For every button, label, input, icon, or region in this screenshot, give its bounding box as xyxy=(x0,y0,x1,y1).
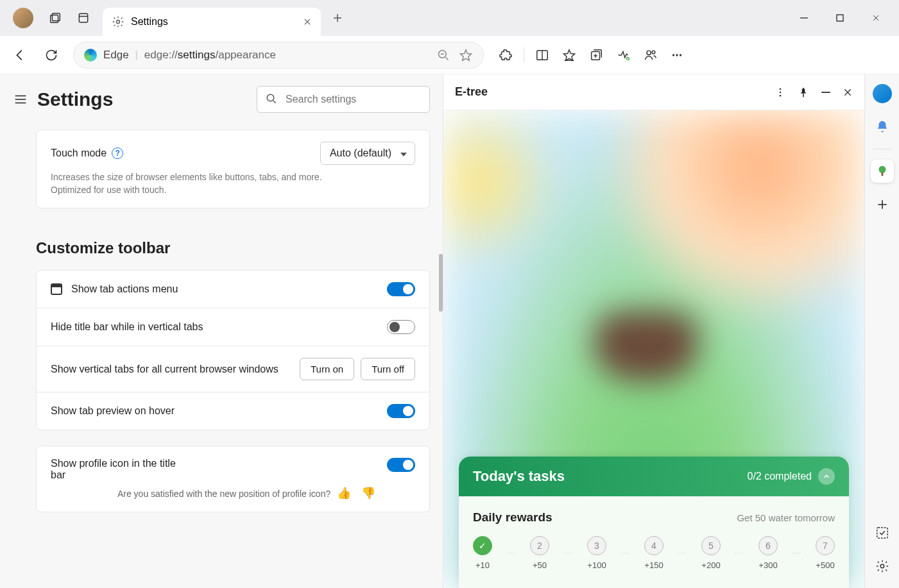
profile-avatar[interactable] xyxy=(13,8,33,28)
day-bonus: +500 xyxy=(816,560,834,570)
sidebar-settings-button[interactable] xyxy=(871,555,894,578)
help-icon[interactable]: ? xyxy=(112,147,123,159)
person-icon[interactable] xyxy=(637,42,663,68)
reward-day[interactable]: 6+300 xyxy=(758,536,778,570)
reward-day[interactable]: 3+100 xyxy=(587,536,606,570)
day-circle: 6 xyxy=(758,536,778,555)
etree-close-icon[interactable] xyxy=(843,87,853,97)
day-circle: 2 xyxy=(530,536,549,555)
etree-sidebar-button[interactable] xyxy=(871,160,894,183)
more-icon[interactable] xyxy=(664,42,690,68)
favorites-icon[interactable] xyxy=(556,42,582,68)
hide-titlebar-toggle[interactable] xyxy=(387,320,415,334)
touch-mode-desc: Increases the size of browser elements l… xyxy=(51,171,352,196)
settings-pane: Settings Touch mode? Auto (default) Incr… xyxy=(0,74,443,588)
notifications-button[interactable] xyxy=(871,115,894,139)
day-circle: 7 xyxy=(816,536,835,555)
turn-on-button[interactable]: Turn on xyxy=(300,358,354,380)
tab-actions-toggle[interactable] xyxy=(387,282,415,296)
zoom-out-icon[interactable] xyxy=(437,49,450,62)
turn-off-button[interactable]: Turn off xyxy=(361,358,415,380)
thumbs-down-button[interactable]: 👎 xyxy=(361,486,375,500)
favorite-icon[interactable] xyxy=(459,48,473,62)
back-button[interactable] xyxy=(8,42,33,68)
svg-point-26 xyxy=(676,54,678,56)
etree-body: Today's tasks 0/2 completed Daily reward… xyxy=(443,110,864,588)
tasks-progress: 0/2 completed xyxy=(747,471,812,482)
reward-day[interactable]: 4+150 xyxy=(644,536,664,570)
tab-actions-icon[interactable] xyxy=(69,4,98,32)
minimize-button[interactable] xyxy=(786,4,822,32)
svg-point-25 xyxy=(672,54,674,56)
svg-rect-44 xyxy=(877,528,887,539)
right-sidebar xyxy=(864,74,899,588)
day-circle: 3 xyxy=(587,536,606,555)
svg-point-24 xyxy=(652,51,655,54)
new-tab-button[interactable] xyxy=(323,4,352,32)
feedback-question: Are you satisfied with the new position … xyxy=(117,489,330,499)
day-circle: 4 xyxy=(644,536,664,555)
workspaces-icon[interactable] xyxy=(41,4,69,32)
menu-button[interactable] xyxy=(13,92,28,107)
collections-icon[interactable] xyxy=(583,42,609,68)
day-bonus: +10 xyxy=(475,560,490,570)
addr-url: edge://settings/appearance xyxy=(144,49,276,62)
svg-point-45 xyxy=(880,564,884,568)
window-titlebar: Settings xyxy=(0,0,899,36)
reward-day[interactable]: 7+500 xyxy=(816,536,835,570)
refresh-button[interactable] xyxy=(39,42,64,68)
browser-toolbar: Edge | edge://settings/appearance xyxy=(0,36,899,74)
svg-rect-10 xyxy=(837,15,843,21)
svg-point-4 xyxy=(117,21,120,24)
rewards-title: Daily rewards xyxy=(473,510,552,525)
pin-icon[interactable] xyxy=(798,87,809,98)
svg-point-31 xyxy=(267,94,274,101)
tab-preview-toggle[interactable] xyxy=(387,404,415,418)
health-icon[interactable] xyxy=(610,42,636,68)
browser-tab[interactable]: Settings xyxy=(103,8,321,36)
opt-tab-preview-label: Show tab preview on hover xyxy=(51,405,175,417)
address-bar[interactable]: Edge | edge://settings/appearance xyxy=(73,42,484,69)
profile-icon-card: Show profile icon in the title bar Are y… xyxy=(36,446,430,512)
svg-point-35 xyxy=(780,94,782,96)
close-window-button[interactable] xyxy=(858,4,894,32)
page-title: Settings xyxy=(37,88,113,110)
tasks-card: Today's tasks 0/2 completed Daily reward… xyxy=(459,457,849,588)
opt-hide-titlebar-label: Hide title bar while in vertical tabs xyxy=(51,321,203,333)
reward-day[interactable]: 2+50 xyxy=(530,536,549,570)
add-sidebar-button[interactable] xyxy=(871,193,894,216)
addr-brand: Edge xyxy=(103,49,129,62)
day-bonus: +100 xyxy=(587,560,606,570)
tab-icon xyxy=(51,283,62,295)
reward-day[interactable]: ✓+10 xyxy=(473,536,492,570)
touch-mode-label: Touch mode xyxy=(51,147,107,159)
etree-pane: E-tree Today's tasks 0/2 completed xyxy=(443,74,864,588)
svg-line-32 xyxy=(273,101,276,103)
opt-tab-actions-label: Show tab actions menu xyxy=(71,283,178,295)
copilot-button[interactable] xyxy=(871,82,894,105)
screenshot-button[interactable] xyxy=(871,521,894,544)
day-bonus: +300 xyxy=(758,560,777,570)
close-tab-button[interactable] xyxy=(303,17,312,26)
opt-vertical-tabs-label: Show vertical tabs for all current brows… xyxy=(51,364,278,375)
extensions-icon[interactable] xyxy=(493,42,518,68)
thumbs-up-button[interactable]: 👍 xyxy=(337,486,351,500)
svg-line-14 xyxy=(445,57,448,60)
day-bonus: +50 xyxy=(533,560,547,570)
rewards-subtitle: Get 50 water tomorrow xyxy=(737,512,835,523)
day-bonus: +150 xyxy=(644,560,663,570)
gear-icon xyxy=(112,15,124,28)
split-screen-icon[interactable] xyxy=(529,42,555,68)
collapse-button[interactable] xyxy=(818,468,835,485)
etree-minimize-icon[interactable] xyxy=(821,87,831,97)
touch-mode-select[interactable]: Auto (default) xyxy=(320,142,415,165)
profile-icon-toggle[interactable] xyxy=(387,458,415,472)
maximize-button[interactable] xyxy=(822,4,858,32)
svg-point-27 xyxy=(680,54,681,56)
reward-day[interactable]: 5+200 xyxy=(701,536,721,570)
svg-rect-41 xyxy=(881,172,883,176)
search-input[interactable] xyxy=(257,86,430,113)
svg-point-34 xyxy=(780,91,782,93)
etree-more-icon[interactable] xyxy=(775,87,786,98)
svg-rect-2 xyxy=(79,13,87,22)
